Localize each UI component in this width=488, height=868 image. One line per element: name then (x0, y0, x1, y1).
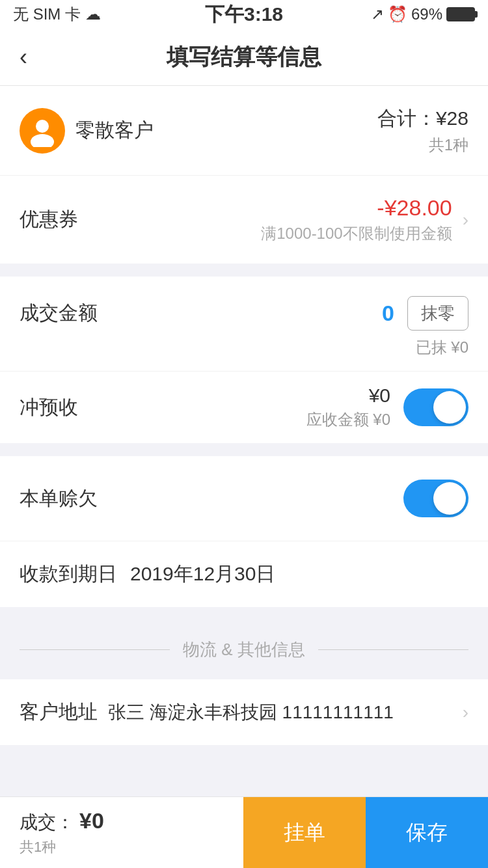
location-icon: ↗ (371, 5, 384, 23)
coupon-right: -¥28.00 满1000-100不限制使用金额 › (261, 195, 468, 244)
address-value: 张三 海淀永丰科技园 11111111111 (108, 700, 452, 725)
bottom-summary: 成交： ¥0 共1种 (0, 808, 243, 857)
save-button[interactable]: 保存 (366, 797, 488, 869)
status-bar: 无 SIM 卡 ☁ 下午3:18 ↗ ⏰ 69% (0, 0, 488, 29)
bottom-summary-label: 成交： (20, 810, 74, 835)
transaction-label: 成交金额 (20, 300, 98, 327)
logistics-divider: 物流 & 其他信息 (0, 620, 488, 679)
avatar-icon (26, 115, 59, 147)
address-row[interactable]: 客户地址 张三 海淀永丰科技园 11111111111 › (0, 679, 488, 745)
total-amount: 合计：¥28 (377, 105, 468, 132)
discount-amount: -¥28.00 (261, 195, 452, 221)
prepayment-right: ¥0 应收金额 ¥0 (306, 385, 468, 430)
divider-line-right (318, 649, 468, 650)
content-area: 零散客户 合计：¥28 共1种 优惠券 -¥28.00 满1000-100不限制… (0, 86, 488, 836)
toggle-knob (433, 391, 466, 424)
address-chevron-icon: › (463, 702, 468, 723)
coupon-row[interactable]: 优惠券 -¥28.00 满1000-100不限制使用金额 › (0, 175, 488, 264)
back-button[interactable]: ‹ (20, 44, 27, 71)
duedate-value: 2019年12月30日 (130, 561, 275, 588)
bottom-summary-amount: ¥0 (79, 808, 104, 834)
status-left: 无 SIM 卡 ☁ (13, 4, 101, 25)
coupon-value-block: -¥28.00 满1000-100不限制使用金额 (261, 195, 452, 244)
debit-toggle-knob (433, 482, 466, 515)
duedate-label: 收款到期日 (20, 561, 117, 588)
nav-bar: ‹ 填写结算等信息 (0, 29, 488, 86)
prepayment-toggle[interactable] (403, 388, 468, 426)
divider-line-left (20, 649, 170, 650)
already-rounded: 已抹 ¥0 (0, 337, 488, 371)
svg-point-1 (31, 134, 54, 147)
prepayment-amount: ¥0 (306, 385, 390, 407)
customer-section: 零散客户 合计：¥28 共1种 优惠券 -¥28.00 满1000-100不限制… (0, 86, 488, 264)
page-title: 填写结算等信息 (167, 42, 321, 72)
prepayment-value-block: ¥0 应收金额 ¥0 (306, 385, 390, 430)
battery-level: 69% (411, 5, 442, 23)
debit-row: 本单赊欠 (0, 456, 488, 541)
chevron-right-icon: › (463, 210, 468, 230)
customer-row: 零散客户 合计：¥28 共1种 (0, 86, 488, 175)
customer-right: 合计：¥28 共1种 (377, 105, 468, 156)
prepayment-label: 冲预收 (20, 394, 78, 421)
coupon-label: 优惠券 (20, 206, 78, 233)
debit-toggle[interactable] (403, 480, 468, 517)
customer-avatar (20, 108, 65, 154)
status-right: ↗ ⏰ 69% (371, 5, 475, 23)
status-time: 下午3:18 (205, 1, 283, 28)
prepayment-row: 冲预收 ¥0 应收金额 ¥0 (0, 371, 488, 443)
debit-label: 本单赊欠 (20, 485, 98, 512)
prepayment-sub: 应收金额 ¥0 (306, 409, 390, 430)
svg-point-0 (36, 120, 49, 133)
transaction-row: 成交金额 抹零 (0, 277, 488, 337)
debit-section: 本单赊欠 收款到期日 2019年12月30日 (0, 456, 488, 607)
logistics-label: 物流 & 其他信息 (170, 638, 318, 661)
address-label: 客户地址 (20, 699, 98, 726)
sim-label: 无 SIM 卡 ☁ (13, 4, 101, 25)
transaction-section: 成交金额 抹零 已抹 ¥0 冲预收 ¥0 应收金额 ¥0 (0, 277, 488, 443)
bottom-summary-main: 成交： ¥0 (20, 808, 224, 835)
customer-left: 零散客户 (20, 108, 154, 154)
bottom-bar: 成交： ¥0 共1种 挂单 保存 (0, 796, 488, 868)
duedate-row: 收款到期日 2019年12月30日 (0, 541, 488, 607)
customer-name: 零散客户 (75, 117, 154, 144)
discount-desc: 满1000-100不限制使用金额 (261, 223, 452, 244)
bottom-summary-sub: 共1种 (20, 837, 224, 857)
address-section: 客户地址 张三 海淀永丰科技园 11111111111 › (0, 679, 488, 745)
total-count: 共1种 (377, 135, 468, 156)
alarm-icon: ⏰ (388, 5, 407, 23)
round-button[interactable]: 抹零 (407, 296, 468, 331)
hang-button[interactable]: 挂单 (243, 797, 366, 869)
transaction-right: 抹零 (342, 296, 468, 331)
transaction-input[interactable] (342, 301, 394, 326)
battery-icon (446, 7, 475, 21)
